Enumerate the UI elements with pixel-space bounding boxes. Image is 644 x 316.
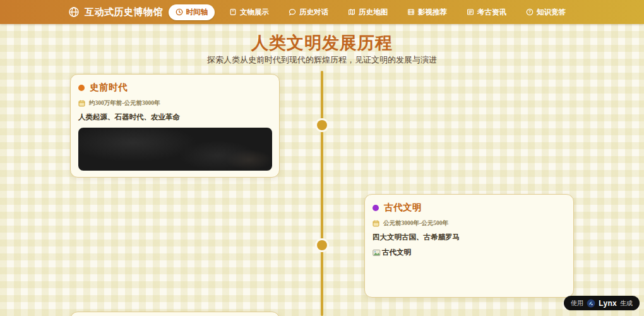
timeline-node-ancient bbox=[317, 240, 327, 250]
calendar-icon bbox=[373, 220, 379, 227]
globe-icon bbox=[68, 6, 80, 18]
top-navbar: 互动式历史博物馆 时间轴 文物展示 bbox=[0, 0, 644, 24]
svg-text:?: ? bbox=[528, 9, 531, 14]
main-nav: 时间轴 文物展示 历史对话 bbox=[169, 4, 571, 20]
chat-icon bbox=[289, 8, 296, 16]
timeline-node-prehistoric bbox=[317, 120, 327, 130]
quiz-icon: ? bbox=[526, 8, 534, 16]
event-period: 约300万年前-公元前3000年 bbox=[89, 99, 160, 107]
event-description: 四大文明古国、古希腊罗马 bbox=[373, 233, 566, 242]
event-dot-orange bbox=[78, 85, 85, 91]
nav-item-artifacts[interactable]: 文物展示 bbox=[224, 4, 274, 20]
event-period: 公元前3000年-公元500年 bbox=[383, 219, 448, 228]
timeline-line bbox=[321, 71, 323, 316]
nav-item-quiz[interactable]: ? 知识竞答 bbox=[521, 4, 571, 20]
nav-item-films[interactable]: 影视推荐 bbox=[402, 4, 452, 20]
app-title: 互动式历史博物馆 bbox=[85, 6, 163, 18]
calendar-icon bbox=[78, 100, 85, 107]
history-museum-page: 互动式历史博物馆 时间轴 文物展示 bbox=[0, 0, 644, 316]
film-icon bbox=[407, 8, 415, 16]
event-description: 人类起源、石器时代、农业革命 bbox=[78, 112, 271, 122]
badge-suffix: 生成 bbox=[620, 299, 633, 308]
timeline-card-prehistoric: 史前时代 约300万年前-公元前3000年 人类起源、石器时代、农业革命 bbox=[70, 74, 280, 178]
nav-item-timeline[interactable]: 时间轴 bbox=[169, 4, 215, 20]
nav-label: 考古资讯 bbox=[477, 8, 506, 17]
timeline-card-next bbox=[70, 312, 280, 316]
nav-label: 历史对话 bbox=[299, 8, 328, 17]
clock-icon bbox=[176, 8, 183, 16]
nav-label: 知识竞答 bbox=[537, 8, 566, 17]
nav-item-map[interactable]: 历史地图 bbox=[343, 4, 393, 20]
lynx-logo-icon bbox=[587, 299, 595, 308]
timeline-card-ancient: 古代文明 公元前3000年-公元500年 四大文明古国、古希腊罗马 bbox=[364, 194, 574, 298]
map-icon bbox=[348, 8, 355, 16]
artifact-icon bbox=[229, 8, 237, 16]
nav-label: 影视推荐 bbox=[418, 8, 447, 17]
prehistoric-image bbox=[78, 128, 272, 171]
nav-label: 时间轴 bbox=[186, 8, 208, 17]
event-title: 古代文明 bbox=[384, 202, 422, 214]
brand-logo[interactable]: 互动式历史博物馆 bbox=[68, 6, 163, 18]
event-title: 史前时代 bbox=[90, 82, 128, 94]
nav-item-news[interactable]: 考古资讯 bbox=[462, 4, 511, 20]
event-dot-purple bbox=[373, 205, 379, 211]
badge-prefix: 使用 bbox=[571, 299, 583, 308]
ancient-image-broken: 古代文明 bbox=[373, 248, 566, 257]
page-subtitle: 探索人类从史前时代到现代的辉煌历程，见证文明的发展与演进 bbox=[0, 54, 644, 66]
news-icon bbox=[467, 8, 474, 16]
page-title: 人类文明发展历程 bbox=[0, 32, 644, 54]
broken-image-icon bbox=[373, 249, 381, 257]
nav-item-dialogue[interactable]: 历史对话 bbox=[283, 4, 333, 20]
broken-image-alt-text: 古代文明 bbox=[382, 248, 411, 257]
nav-label: 历史地图 bbox=[359, 8, 388, 17]
nav-label: 文物展示 bbox=[240, 8, 269, 17]
lynx-generated-badge[interactable]: 使用 Lynx 生成 bbox=[564, 296, 640, 310]
badge-brand: Lynx bbox=[599, 299, 617, 308]
